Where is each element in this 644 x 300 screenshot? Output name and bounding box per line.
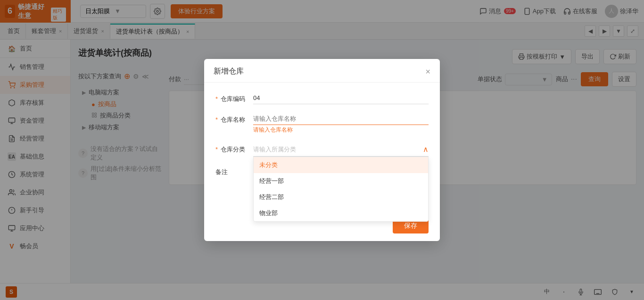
dropdown-item-dept2[interactable]: 经营二部 xyxy=(254,189,428,205)
warehouse-name-row: * 仓库名称 请输入仓库名称 xyxy=(215,113,429,134)
warehouse-code-row: * 仓库编码 xyxy=(215,92,429,104)
note-label: 备注 xyxy=(215,165,253,176)
modal-close-button[interactable]: × xyxy=(425,67,430,76)
dropdown-item-property[interactable]: 物业部 xyxy=(254,205,428,221)
name-label: * 仓库名称 xyxy=(215,113,253,124)
add-warehouse-modal: 新增仓库 × * 仓库编码 * 仓库名称 xyxy=(204,59,440,241)
category-field: 请输入所属分类 ∧ 未分类 经营一部 经营二部 物业部 xyxy=(253,142,429,157)
dropdown-item-dept1[interactable]: 经营一部 xyxy=(254,173,428,189)
warehouse-category-row: * 仓库分类 请输入所属分类 ∧ 未分类 经营一部 经营二部 物业部 xyxy=(215,142,429,157)
category-placeholder: 请输入所属分类 xyxy=(253,145,296,154)
modal-body: * 仓库编码 * 仓库名称 请输入仓库名称 xyxy=(204,83,440,213)
modal-header: 新增仓库 × xyxy=(204,59,440,83)
category-arrow-icon: ∧ xyxy=(423,145,429,154)
name-error: 请输入仓库名称 xyxy=(253,126,429,134)
dropdown-item-unclassified[interactable]: 未分类 xyxy=(254,157,428,173)
code-field xyxy=(253,92,429,104)
name-field: 请输入仓库名称 xyxy=(253,113,429,134)
code-input[interactable] xyxy=(253,92,429,104)
modal-title: 新增仓库 xyxy=(214,67,244,76)
modal-overlay: 新增仓库 × * 仓库编码 * 仓库名称 xyxy=(0,0,644,300)
category-dropdown: 未分类 经营一部 经营二部 物业部 xyxy=(253,157,429,222)
code-label: * 仓库编码 xyxy=(215,92,253,103)
category-label: * 仓库分类 xyxy=(215,142,253,154)
name-input[interactable] xyxy=(253,113,429,125)
category-select[interactable]: 请输入所属分类 ∧ xyxy=(253,142,429,157)
